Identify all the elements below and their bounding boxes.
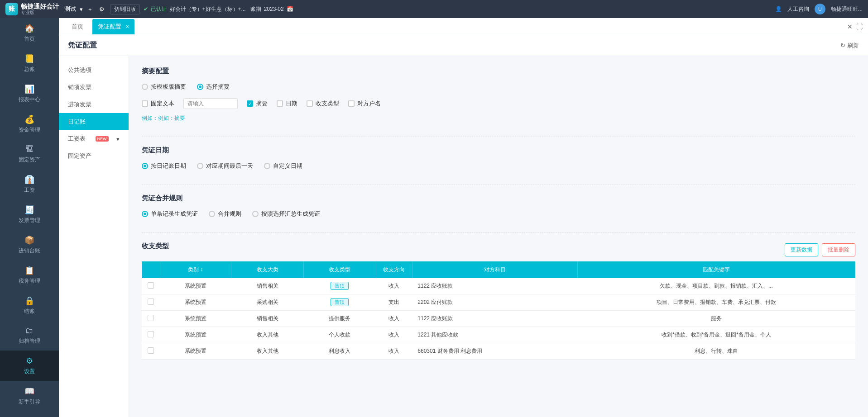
- left-nav-public-label: 公共选项: [68, 66, 91, 74]
- checkbox-income-type[interactable]: 收支类型: [307, 100, 339, 108]
- tab-home[interactable]: 首页: [64, 19, 91, 34]
- th-checkbox[interactable]: [142, 261, 160, 278]
- sidebar-item-home[interactable]: 🏠 首页: [0, 18, 59, 48]
- reset-tag[interactable]: 置顶: [331, 282, 349, 290]
- fund-icon: 💰: [24, 114, 34, 124]
- sidebar-item-guide[interactable]: 📖 新手引导: [0, 381, 59, 411]
- left-nav-sales-label: 销项发票: [68, 83, 91, 91]
- sidebar-item-settings[interactable]: ⚙ 设置: [0, 351, 59, 381]
- select-all-checkbox[interactable]: [148, 266, 154, 272]
- dropdown-icon[interactable]: ▾: [80, 6, 83, 13]
- voucher-date-title: 凭证日期: [142, 146, 855, 155]
- radio-custom-date[interactable]: 自定义日期: [264, 162, 302, 170]
- sidebar-item-purchase[interactable]: 📦 进销台账: [0, 230, 59, 260]
- user-name[interactable]: 畅捷通旺旺...: [831, 5, 863, 13]
- close-period-icon: 🔒: [24, 296, 34, 306]
- radio-template[interactable]: 按模板版摘要: [142, 83, 186, 91]
- sidebar-item-purchase-label: 进销台账: [19, 247, 40, 255]
- radio-custom-date-circle: [264, 163, 270, 169]
- left-nav-public[interactable]: 公共选项: [59, 62, 129, 79]
- window-close-btn[interactable]: ✕: [847, 23, 853, 30]
- row-checkbox[interactable]: [148, 299, 154, 305]
- consultation-label[interactable]: 人工咨询: [787, 5, 809, 13]
- reset-tag[interactable]: 置顶: [331, 298, 349, 306]
- row-direction: 收入: [376, 278, 412, 294]
- settings-icon[interactable]: ⚙: [99, 6, 105, 13]
- radio-journal-date[interactable]: 按日记账日期: [142, 162, 186, 170]
- update-data-btn[interactable]: 更新数据: [785, 243, 818, 256]
- fixed-text-input[interactable]: [183, 98, 238, 109]
- row-checkbox[interactable]: [148, 347, 154, 354]
- radio-merge[interactable]: 合并规则: [209, 210, 241, 218]
- tab-voucher-config[interactable]: 凭证配置 ×: [92, 19, 134, 34]
- divider-1: [142, 137, 855, 137]
- invoice-icon: 🧾: [24, 205, 34, 215]
- row-checkbox-cell[interactable]: [142, 278, 160, 294]
- row-checkbox[interactable]: [148, 331, 154, 337]
- sidebar-item-archive[interactable]: 🗂 归档管理: [0, 321, 59, 351]
- left-nav-purchase-inv[interactable]: 进项发票: [59, 96, 129, 113]
- th-category: 类别 ↕: [160, 261, 231, 278]
- row-checkbox[interactable]: [148, 315, 154, 321]
- radio-single[interactable]: 单条记录生成凭证: [142, 210, 198, 218]
- status-bar: ✔ 已认证 好会计（专）+好生意（标）+... 账期 2023-02 📅: [144, 5, 293, 13]
- radio-template-label: 按模板版摘要: [151, 83, 186, 91]
- top-bar-middle: 测试 ▾ + ⚙ 切到旧版 ✔ 已认证 好会计（专）+好生意（标）+... 账期…: [64, 4, 775, 14]
- row-checkbox[interactable]: [148, 282, 154, 289]
- sidebar-item-ledger[interactable]: 📒 总账: [0, 48, 59, 79]
- left-nav-journal[interactable]: 日记账: [59, 113, 129, 130]
- sidebar-item-tax[interactable]: 📋 税务管理: [0, 260, 59, 290]
- row-type: 置顶: [303, 278, 376, 294]
- sidebar-item-fund[interactable]: 💰 资金管理: [0, 109, 59, 139]
- radio-template-circle: [142, 84, 148, 90]
- checkbox-summary[interactable]: ✓ 摘要: [247, 100, 268, 108]
- radio-custom-date-label: 自定义日期: [273, 162, 302, 170]
- voucher-date-section: 凭证日期 按日记账日期 对应期间最后一天 自定义日期: [142, 146, 855, 170]
- radio-period-last[interactable]: 对应期间最后一天: [197, 162, 253, 170]
- voucher-date-radio-group: 按日记账日期 对应期间最后一天 自定义日期: [142, 162, 855, 170]
- sidebar-item-salary-label: 工资: [24, 186, 35, 194]
- th-keywords: 匹配关键字: [577, 261, 855, 278]
- row-checkbox-cell[interactable]: [142, 327, 160, 343]
- sidebar-item-salary[interactable]: 👔 工资: [0, 169, 59, 199]
- avatar[interactable]: U: [815, 4, 825, 14]
- checkbox-counterparty[interactable]: 对方户名: [348, 100, 381, 108]
- sidebar-item-invoice[interactable]: 🧾 发票管理: [0, 199, 59, 230]
- switch-old-version-btn[interactable]: 切到旧版: [110, 4, 140, 14]
- radio-select[interactable]: 选择摘要: [197, 83, 230, 91]
- calendar-icon[interactable]: 📅: [287, 6, 293, 12]
- row-checkbox-cell[interactable]: [142, 343, 160, 360]
- checkbox-income-type-label: 收支类型: [316, 100, 339, 108]
- archive-icon: 🗂: [25, 326, 34, 336]
- asset-icon: 🏗: [25, 145, 34, 154]
- add-icon[interactable]: +: [88, 6, 92, 13]
- checkbox-date[interactable]: 日期: [277, 100, 297, 108]
- guide-icon: 📖: [24, 386, 34, 396]
- certified-badge: ✔: [144, 6, 148, 12]
- row-major: 销售相关: [231, 278, 304, 294]
- checkbox-date-label: 日期: [286, 100, 297, 108]
- row-checkbox-cell[interactable]: [142, 311, 160, 327]
- window-expand-btn[interactable]: ⛶: [856, 23, 863, 30]
- page-content: 公共选项 销项发票 进项发票 日记账 工资表 NEW ▾ 固定资产: [59, 56, 868, 417]
- checkbox-fixed-text[interactable]: 固定文本: [142, 100, 174, 108]
- radio-summary-total[interactable]: 按照选择汇总生成凭证: [252, 210, 320, 218]
- row-category: 系统预置: [160, 343, 231, 360]
- sidebar-item-member[interactable]: 👑 畅会员: [0, 411, 59, 417]
- sidebar-item-asset[interactable]: 🏗 固定资产: [0, 139, 59, 169]
- page-header: 凭证配置 ↻ 刷新: [59, 35, 868, 56]
- voucher-merge-section: 凭证合并规则 单条记录生成凭证 合并规则 按照选择汇总生成凭证: [142, 194, 855, 218]
- sidebar-item-report[interactable]: 📊 报表中心: [0, 79, 59, 109]
- sidebar-item-report-label: 报表中心: [19, 96, 40, 104]
- left-nav-purchase-inv-label: 进项发票: [68, 100, 91, 109]
- left-nav-sales[interactable]: 销项发票: [59, 79, 129, 96]
- left-nav-salary-table[interactable]: 工资表 NEW ▾: [59, 130, 129, 147]
- tab-close-icon[interactable]: ×: [126, 24, 129, 30]
- row-type: 提供服务: [303, 311, 376, 327]
- sidebar-item-close[interactable]: 🔒 结账: [0, 290, 59, 321]
- left-nav-fixed-asset[interactable]: 固定资产: [59, 147, 129, 165]
- refresh-btn[interactable]: ↻ 刷新: [840, 42, 859, 50]
- row-checkbox-cell[interactable]: [142, 294, 160, 311]
- period-label: 账期: [250, 5, 261, 13]
- batch-delete-btn[interactable]: 批量删除: [822, 243, 855, 256]
